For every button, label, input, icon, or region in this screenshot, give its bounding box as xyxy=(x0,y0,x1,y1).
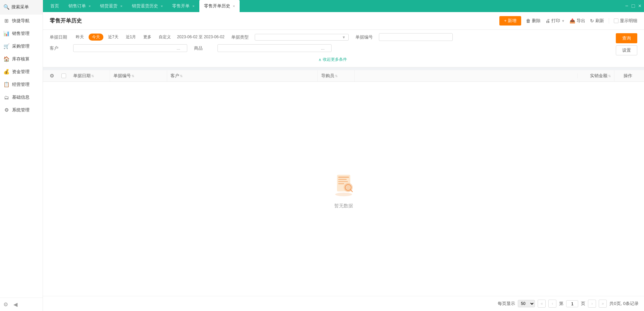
customer-input[interactable]: ... xyxy=(73,44,187,52)
no-input[interactable] xyxy=(379,33,453,41)
sort-guide[interactable]: 导购员 ⇅ xyxy=(321,73,338,79)
tab-sales-return-history[interactable]: 销货退货历史 × xyxy=(127,0,167,12)
next-page-btn[interactable]: › xyxy=(588,300,596,308)
svg-rect-3 xyxy=(338,179,346,180)
display-columns-checkbox[interactable] xyxy=(614,18,618,23)
new-button[interactable]: + 新增 xyxy=(499,16,521,25)
first-page-btn[interactable]: « xyxy=(538,300,546,308)
quick-nav-icon: ⊞ xyxy=(3,18,9,24)
goods-input[interactable]: ... xyxy=(217,44,332,52)
th-guide: 导购员 ⇅ xyxy=(318,70,355,82)
sidebar-search[interactable]: 🔍 搜索采单 xyxy=(0,0,43,14)
export-icon: 📤 xyxy=(569,18,575,23)
sidebar-item-label: 采购管理 xyxy=(12,43,30,49)
th-action: 操作 xyxy=(614,70,641,82)
sidebar-item-sales-mgmt[interactable]: 📊 销售管理 xyxy=(0,27,43,40)
tab-retail-history-close[interactable]: × xyxy=(233,4,235,8)
table-header: ⚙ 单据日期 ⇅ 单据编号 ⇅ xyxy=(43,70,644,82)
goods-filter-col: 商品 ... xyxy=(194,44,332,52)
export-label: 导出 xyxy=(577,18,585,24)
customer-dots: ... xyxy=(177,46,180,51)
close-btn[interactable]: × xyxy=(638,3,641,9)
th-amount-label: 实销金额 xyxy=(590,73,607,79)
next-page-icon: › xyxy=(591,301,593,306)
per-page-select[interactable]: 50 20 100 xyxy=(518,300,535,307)
tab-sales-return-history-close[interactable]: × xyxy=(161,4,163,8)
7days-btn[interactable]: 近7天 xyxy=(105,34,121,41)
settings-bottom-icon[interactable]: ⚙ xyxy=(3,301,8,308)
sidebar-search-label: 搜索采单 xyxy=(11,4,29,10)
tab-retail-history[interactable]: 零售开单历史 × xyxy=(199,0,240,12)
type-filter-col: 单据类型 ▼ xyxy=(231,33,349,41)
maximize-btn[interactable]: □ xyxy=(632,3,635,9)
sort-amount[interactable]: 实销金额 ⇅ xyxy=(590,73,611,79)
table-settings-icon[interactable]: ⚙ xyxy=(50,73,54,79)
empty-icon xyxy=(329,169,359,199)
print-button[interactable]: 🖨 打印 ▼ xyxy=(545,18,565,24)
page-input[interactable] xyxy=(566,300,578,307)
tab-home[interactable]: 首页 xyxy=(46,0,64,12)
sidebar-item-basic-info[interactable]: 🗂 基础信息 xyxy=(0,91,43,104)
tab-sales-return[interactable]: 销货退货 × xyxy=(95,0,127,12)
sort-date[interactable]: 单据日期 ⇅ xyxy=(73,73,94,79)
search-icon: 🔍 xyxy=(3,4,9,10)
sort-customer[interactable]: 客户 ⇅ xyxy=(170,73,183,79)
select-all-checkbox[interactable] xyxy=(61,73,66,78)
last-page-icon: » xyxy=(602,301,604,306)
no-label: 单据编号 xyxy=(355,34,376,40)
sidebar-item-label: 资金管理 xyxy=(12,69,30,75)
th-customer: 客户 ⇅ xyxy=(167,70,318,82)
sidebar-item-operations[interactable]: 📋 经营管理 xyxy=(0,78,43,91)
tab-retail-open[interactable]: 零售开单 × xyxy=(167,0,199,12)
th-spacer xyxy=(355,73,578,79)
sidebar-item-inventory[interactable]: 🏠 库存核算 xyxy=(0,53,43,65)
today-btn[interactable]: 今天 xyxy=(89,34,103,41)
collapse-btn[interactable]: ∧ 收起更多条件 xyxy=(50,55,616,64)
export-button[interactable]: 📤 导出 xyxy=(569,18,585,24)
refresh-button[interactable]: ↻ 刷新 xyxy=(590,18,604,24)
th-customer-label: 客户 xyxy=(170,73,179,79)
print-icon: 🖨 xyxy=(545,18,550,23)
tab-retail-open-close[interactable]: × xyxy=(192,4,194,8)
tab-sales-order-close[interactable]: × xyxy=(89,4,91,8)
sidebar-item-system[interactable]: ⚙ 系统管理 xyxy=(0,104,43,116)
page-suffix: 页 xyxy=(581,301,585,307)
sort-no[interactable]: 单据编号 ⇅ xyxy=(113,73,134,79)
collapse-text: 收起更多条件 xyxy=(323,57,347,62)
custom-btn[interactable]: 自定义 xyxy=(156,34,174,41)
last-page-btn[interactable]: » xyxy=(599,300,607,308)
refresh-icon: ↻ xyxy=(590,18,594,23)
content-area: 零售开单历史 + 新增 🗑 删除 🖨 打印 ▼ 📤 导出 xyxy=(43,12,644,311)
no-filter-col: 单据编号 xyxy=(355,33,453,41)
system-icon: ⚙ xyxy=(3,107,9,113)
print-dropdown-icon[interactable]: ▼ xyxy=(561,19,565,23)
total-info: 共0页, 0条记录 xyxy=(609,301,639,307)
filter-row-1: 单据日期 昨天 今天 近7天 近1月 更多 自定义 2023-06-02 至 2… xyxy=(50,33,616,44)
tab-sales-order[interactable]: 销售订单 × xyxy=(64,0,95,12)
sidebar-item-finance[interactable]: 💰 资金管理 xyxy=(0,65,43,78)
page-title: 零售开单历史 xyxy=(50,17,82,24)
1month-btn[interactable]: 近1月 xyxy=(123,34,139,41)
prev-page-btn[interactable]: ‹ xyxy=(548,300,556,308)
sort-customer-icon: ⇅ xyxy=(180,74,183,78)
more-btn[interactable]: 更多 xyxy=(141,34,154,41)
th-date: 单据日期 ⇅ xyxy=(70,70,110,82)
set-button[interactable]: 设置 xyxy=(616,45,637,55)
svg-rect-5 xyxy=(338,183,344,184)
yesterday-btn[interactable]: 昨天 xyxy=(73,34,87,41)
delete-button[interactable]: 🗑 删除 xyxy=(526,18,541,24)
collapse-sidebar-icon[interactable]: ◀ xyxy=(13,301,17,308)
date-buttons: 昨天 今天 近7天 近1月 更多 自定义 xyxy=(73,34,174,41)
sidebar-item-quick-nav[interactable]: ⊞ 快捷导航 xyxy=(0,14,43,27)
minimize-btn[interactable]: − xyxy=(625,3,628,9)
type-label: 单据类型 xyxy=(231,34,251,40)
filter-row-2: 客户 ... 商品 ... xyxy=(50,44,616,55)
type-select[interactable]: ▼ xyxy=(255,34,349,41)
tab-sales-return-close[interactable]: × xyxy=(120,4,122,8)
query-button[interactable]: 查询 xyxy=(616,33,637,43)
sidebar-bottom: ⚙ ◀ xyxy=(0,298,43,311)
tab-retail-open-label: 零售开单 xyxy=(172,3,190,9)
tab-home-label: 首页 xyxy=(50,3,59,9)
display-columns-toggle[interactable]: 显示明细 xyxy=(614,18,637,24)
sidebar-item-purchase-mgmt[interactable]: 🛒 采购管理 xyxy=(0,40,43,53)
